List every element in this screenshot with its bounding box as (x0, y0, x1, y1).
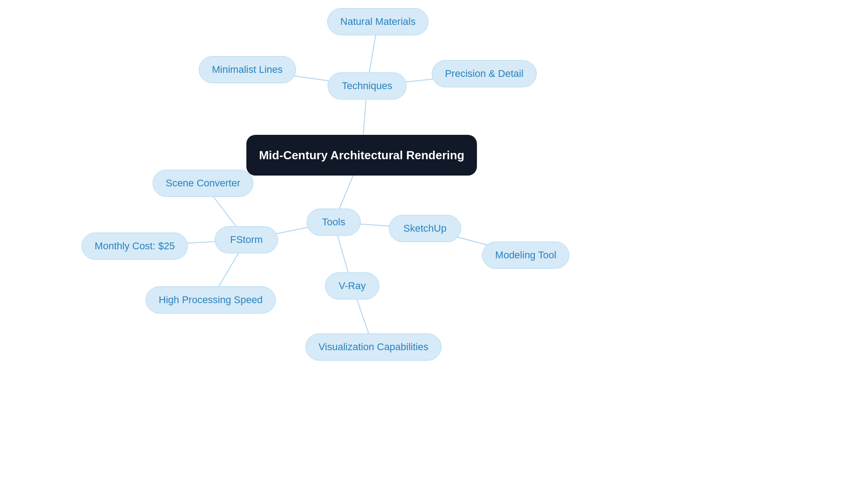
node-vray[interactable]: V-Ray (325, 272, 379, 300)
node-sketchup[interactable]: SketchUp (389, 215, 461, 242)
node-high-processing[interactable]: High Processing Speed (146, 286, 276, 314)
node-modeling-tool[interactable]: Modeling Tool (482, 242, 569, 269)
mind-map: Mid-Century Architectural RenderingTechn… (0, 0, 868, 490)
node-techniques[interactable]: Techniques (328, 72, 407, 100)
node-center[interactable]: Mid-Century Architectural Rendering (246, 135, 477, 176)
node-tools[interactable]: Tools (307, 209, 361, 236)
node-monthly-cost[interactable]: Monthly Cost: $25 (81, 233, 188, 260)
node-natural-materials[interactable]: Natural Materials (327, 8, 429, 35)
node-scene-converter[interactable]: Scene Converter (152, 170, 253, 197)
node-minimalist-lines[interactable]: Minimalist Lines (199, 56, 296, 83)
node-visualization[interactable]: Visualization Capabilities (306, 333, 442, 361)
node-precision-detail[interactable]: Precision & Detail (432, 60, 537, 87)
node-fstorm[interactable]: FStorm (215, 226, 278, 253)
